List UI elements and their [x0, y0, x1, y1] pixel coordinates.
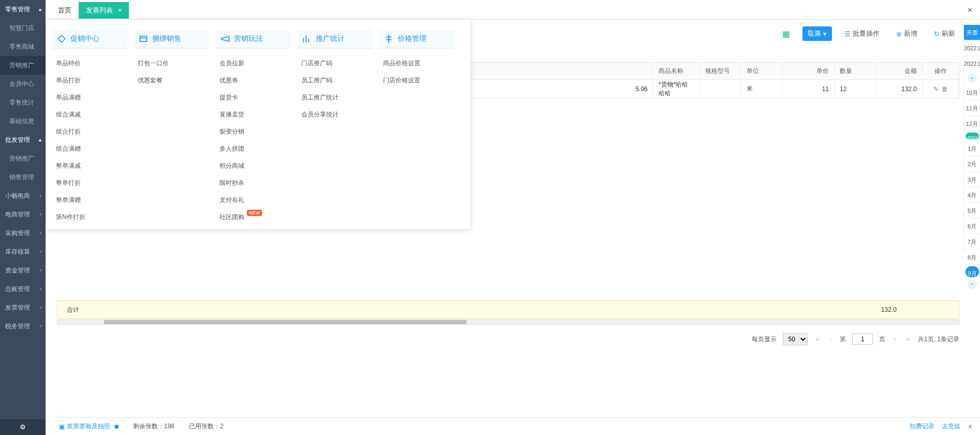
sidebar-item-retail-stats[interactable]: 零售统计 — [0, 93, 46, 112]
label: 剩余张数： — [133, 423, 164, 430]
sidebar-item-ws-sales[interactable]: 销售管理 — [0, 168, 46, 186]
delete-icon[interactable]: 🗑 — [942, 85, 948, 93]
edit-icon[interactable]: ✎ — [933, 85, 939, 93]
mega-menu: 促销中心 单品特价 单品打折 单品满赠 组合满减 组合打折 组合满赠 整单满减 … — [46, 20, 470, 229]
mega-item[interactable]: 优惠券 — [215, 72, 291, 89]
mega-item[interactable]: 直播卖货 — [215, 106, 291, 123]
sidebar-item-funds[interactable]: 资金管理› — [0, 261, 46, 280]
chevron-right-icon: › — [40, 224, 41, 242]
mega-item[interactable]: 优惠套餐 — [134, 72, 209, 89]
tab-home[interactable]: 首页 — [51, 2, 79, 19]
rail-month[interactable]: 8月 — [964, 250, 980, 265]
chevron-down-icon: ˅ — [971, 283, 974, 289]
mega-item[interactable]: 组合满赠 — [52, 140, 127, 157]
mega-item[interactable]: 会员拉新 — [215, 55, 291, 72]
batch-button[interactable]: ☰批量操作 — [840, 27, 884, 40]
right-date-rail: 开票日 2022.0 2022.0 ˄ 10月 11月 12月 2022 1月 … — [963, 25, 980, 253]
td-operate: ✎ 🗑 — [923, 80, 959, 98]
sidebar-item-retail-mall[interactable]: 零售商城 — [0, 37, 46, 56]
mega-item[interactable]: 商品价格设置 — [379, 55, 455, 72]
rail-month[interactable]: 7月 — [964, 234, 980, 250]
close-icon[interactable]: × — [118, 6, 122, 14]
sidebar-item-invoice[interactable]: 发票管理› — [0, 298, 46, 317]
mega-item[interactable]: 支付有礼 — [215, 192, 291, 209]
rail-scroll-down[interactable]: ˅ — [968, 280, 977, 289]
qupiao-button[interactable]: 取票 ▾ — [802, 26, 832, 41]
sidebar-item-ecommerce[interactable]: 电商管理› — [0, 205, 46, 224]
rail-month[interactable]: 5月 — [964, 203, 980, 219]
qr-scan-button[interactable]: ▦ — [778, 27, 794, 41]
mega-item[interactable]: 员工推广码 — [297, 72, 373, 89]
sidebar-group-retail[interactable]: 零售管理 ▴ — [0, 0, 46, 19]
rail-scroll-up[interactable]: ˄ — [968, 74, 977, 83]
mega-item[interactable]: 整单满减 — [52, 157, 127, 175]
sidebar-item-purchase[interactable]: 采购管理› — [0, 224, 46, 242]
sidebar-item-tax[interactable]: 税务管理› — [0, 317, 46, 336]
sidebar-item-member-center[interactable]: 会员中心 — [0, 75, 46, 93]
mega-item[interactable]: 组合打折 — [52, 123, 127, 140]
tab-invoice-list[interactable]: 发票列表 × — [79, 2, 129, 19]
sidebar-item-smart-store[interactable]: 智慧门店 — [0, 19, 46, 37]
sidebar-item-xiaochang[interactable]: 小畅电商› — [0, 186, 46, 205]
mega-item[interactable]: 会员分享统计 — [297, 106, 373, 123]
footer-recharge-link[interactable]: 去充值 — [942, 422, 960, 431]
pager-last[interactable]: » — [904, 336, 912, 343]
mega-item[interactable]: 单品打折 — [52, 72, 127, 89]
mega-item[interactable]: 单品特价 — [52, 55, 127, 72]
close-all-tabs[interactable]: ✕ — [963, 4, 976, 17]
sidebar-item-marketing[interactable]: 营销推广 — [0, 56, 46, 75]
mega-item-community-group[interactable]: 社区团购 NEW — [215, 209, 291, 226]
rail-date[interactable]: 2022.0 — [964, 56, 980, 71]
mega-item[interactable]: 整单满赠 — [52, 192, 127, 209]
rail-month[interactable]: 10月 — [964, 85, 980, 100]
rail-month[interactable]: 3月 — [964, 172, 980, 187]
camera-icon: ▣ — [59, 423, 65, 430]
pager-first[interactable]: « — [814, 336, 822, 343]
mega-item[interactable]: 裂变分销 — [215, 123, 291, 140]
summary-row: 合计 132.0 — [57, 300, 959, 319]
rail-month[interactable]: 1月 — [964, 141, 980, 156]
h-scrollbar-thumb[interactable] — [104, 320, 466, 324]
refresh-button[interactable]: ↻刷新 — [930, 27, 959, 40]
rail-month-active[interactable]: 9月 — [966, 266, 979, 278]
close-icon[interactable]: ✕ — [968, 423, 973, 430]
mega-item[interactable]: 提货卡 — [215, 89, 291, 106]
mega-header-bundle: 捆绑销售 — [134, 30, 209, 49]
add-button[interactable]: ⊕新增 — [892, 27, 922, 40]
sidebar-item-ws-marketing[interactable]: 营销推广 — [0, 149, 46, 168]
rail-month[interactable]: 4月 — [964, 187, 980, 203]
label: 组合满减 — [56, 111, 81, 118]
sidebar-item-ledger[interactable]: 总账管理› — [0, 280, 46, 298]
h-scrollbar[interactable] — [57, 320, 959, 325]
mega-item[interactable]: 门店推广码 — [297, 55, 373, 72]
sidebar-settings[interactable]: ⚙ — [0, 419, 46, 435]
rail-month[interactable]: 12月 — [964, 116, 980, 132]
mega-item[interactable]: 第N件打折 — [52, 209, 127, 226]
sidebar-item-basic-info[interactable]: 基础信息 — [0, 112, 46, 130]
rail-date[interactable]: 2022.0 — [964, 40, 980, 56]
mega-item[interactable]: 限时秒杀 — [215, 175, 291, 192]
chevron-right-icon: › — [40, 317, 41, 336]
label: 整单满减 — [56, 162, 81, 169]
label: 整单满赠 — [56, 196, 81, 204]
rail-month[interactable]: 11月 — [964, 100, 980, 116]
rail-top-button[interactable]: 开票日 — [964, 25, 980, 40]
pager-next[interactable]: › — [891, 336, 898, 343]
per-page-select[interactable]: 50 — [783, 333, 808, 345]
rail-month[interactable]: 6月 — [964, 219, 980, 234]
mega-item[interactable]: 多人拼团 — [215, 140, 291, 157]
mega-item[interactable]: 单品满赠 — [52, 89, 127, 106]
sidebar-item-inventory[interactable]: 库存核算› — [0, 242, 46, 261]
footer-verify-link[interactable]: ▣ 发票查验及拍照 — [59, 422, 119, 431]
mega-item[interactable]: 员工推广统计 — [297, 89, 373, 106]
mega-item[interactable]: 门店价格设置 — [379, 72, 455, 89]
page-input[interactable] — [852, 334, 873, 345]
mega-item[interactable]: 打包一口价 — [134, 55, 209, 72]
pager-prev[interactable]: ‹ — [827, 336, 833, 343]
footer-deduct-link[interactable]: 扣费记录 — [910, 422, 934, 431]
mega-item[interactable]: 积分商城 — [215, 157, 291, 175]
mega-item[interactable]: 组合满减 — [52, 106, 127, 123]
rail-month[interactable]: 2月 — [964, 156, 980, 172]
sidebar-group-wholesale[interactable]: 批发管理 ▴ — [0, 130, 46, 149]
mega-item[interactable]: 整单打折 — [52, 175, 127, 192]
